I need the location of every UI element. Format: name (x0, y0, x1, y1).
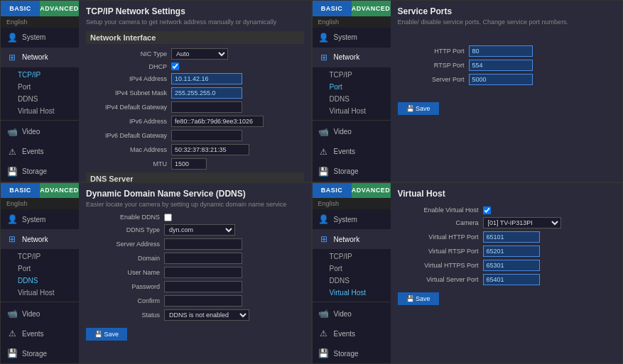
sidebar-item-network-ddns[interactable]: ⊞ Network (1, 229, 79, 249)
sidebar-sub-vhost-ports[interactable]: Virtual Host (324, 105, 391, 117)
sidebar-item-video-vhost[interactable]: 📹 Video (313, 304, 391, 324)
lang-label-tcpip: English (1, 16, 79, 28)
tab-basic-tcpip[interactable]: BASIC (1, 1, 40, 16)
section-title-ddns: Dynamic Domain Name Service (DDNS) (86, 189, 304, 199)
tab-basic-vhost[interactable]: BASIC (313, 183, 352, 199)
ipv6-addr-input[interactable] (171, 116, 264, 127)
sidebar-sub-port-vhost[interactable]: Port (324, 263, 391, 275)
nic-type-row: NIC Type Auto (86, 48, 304, 60)
vhttp-port-row: Virtual HTTP Port (398, 231, 616, 243)
sidebar-item-system-vhost[interactable]: 👤 System (313, 209, 391, 229)
ipv4-gateway-input[interactable] (171, 101, 242, 113)
mac-addr-input[interactable] (171, 144, 249, 155)
vhttp-port-input[interactable] (483, 231, 540, 243)
network-interface-title: Network Interface (86, 31, 304, 44)
domain-input[interactable] (164, 253, 242, 264)
sidebar-sub-ddns: TCP/IP Port DDNS Virtual Host (1, 249, 79, 300)
sidebar-sub-tcpip-ddns[interactable]: TCP/IP (12, 250, 79, 263)
ddns-type-select[interactable]: dyn.com (164, 224, 235, 236)
ipv6-gateway-input[interactable] (171, 130, 242, 141)
tab-advanced-vhost[interactable]: ADVANCED (352, 183, 391, 199)
sidebar-item-events-ddns[interactable]: ⚠ Events (1, 324, 79, 343)
enable-vhost-row: Enable Virtual Host (398, 206, 616, 214)
server-port-input[interactable] (469, 74, 533, 85)
enable-vhost-checkbox[interactable] (483, 206, 491, 214)
sidebar-label-network-ports: Network (334, 53, 360, 61)
camera-select[interactable]: [01] TV-IP313PI (483, 217, 561, 228)
sidebar-item-storage-ddns[interactable]: 💾 Storage (1, 343, 79, 363)
sidebar-item-storage-vhost[interactable]: 💾 Storage (313, 343, 391, 363)
save-button-vhost[interactable]: 💾 Save (398, 292, 439, 305)
main-content-ports: Service Ports Enable/ disable service po… (391, 1, 623, 182)
sidebar-item-system-ports[interactable]: 👤 System (313, 28, 391, 48)
vrtsp-port-input[interactable] (483, 246, 540, 257)
vhttps-port-input[interactable] (483, 260, 540, 271)
sidebar-sub-vhost-ddns[interactable]: Virtual Host (12, 287, 79, 299)
sidebar-sub-tcpip: TCP/IP Port DDNS Virtual Host (1, 67, 79, 118)
enable-ddns-row: Enable DDNS (86, 214, 304, 221)
tab-basic-ports[interactable]: BASIC (313, 1, 352, 16)
divider-ddns (1, 302, 79, 302)
sidebar-sub-ddns-ports[interactable]: DDNS (324, 93, 391, 105)
dhcp-checkbox[interactable] (171, 62, 179, 70)
sidebar-vhost: BASIC ADVANCED English 👤 System ⊞ Networ… (313, 183, 391, 364)
password-input[interactable] (164, 281, 242, 292)
sidebar-sub-ddns-ddns[interactable]: DDNS (12, 275, 79, 287)
enable-ddns-checkbox[interactable] (164, 214, 172, 221)
sidebar-item-storage-ports[interactable]: 💾 Storage (313, 162, 391, 182)
sidebar-item-network-tcpip[interactable]: ⊞ Network (1, 48, 79, 67)
tab-advanced-tcpip[interactable]: ADVANCED (40, 1, 79, 16)
sidebar-item-video-ddns[interactable]: 📹 Video (1, 304, 79, 324)
sidebar-item-network-ports[interactable]: ⊞ Network (313, 48, 391, 67)
ipv4-addr-input[interactable] (171, 73, 242, 84)
confirm-row: Confirm (86, 295, 304, 307)
storage-icon-ports: 💾 (318, 166, 330, 177)
tab-advanced-ports[interactable]: ADVANCED (352, 1, 391, 16)
sidebar-sub-port-ddns[interactable]: Port (12, 263, 79, 275)
ipv6-gateway-label: IPv6 Default Gateway (86, 132, 171, 139)
mtu-label: MTU (86, 160, 171, 167)
sidebar-sub-vhost-vhost[interactable]: Virtual Host (324, 287, 391, 299)
sidebar-sub-tcpip-vhost[interactable]: TCP/IP (324, 250, 391, 263)
tab-advanced-ddns[interactable]: ADVANCED (40, 183, 79, 199)
mtu-input[interactable] (171, 158, 207, 170)
vserver-port-label: Virtual Server Port (398, 276, 483, 283)
server-port-label: Server Port (398, 76, 469, 83)
tab-basic-ddns[interactable]: BASIC (1, 183, 40, 199)
sidebar-sub-port-item[interactable]: Port (12, 81, 79, 93)
ipv4-subnet-input[interactable] (171, 87, 242, 99)
sidebar-sub-ports: TCP/IP Port DDNS Virtual Host (313, 67, 391, 118)
vserver-port-input[interactable] (483, 274, 540, 285)
rtsp-port-input[interactable] (469, 60, 533, 71)
nic-type-select[interactable]: Auto (171, 48, 228, 60)
sidebar-item-events-vhost[interactable]: ⚠ Events (313, 324, 391, 343)
save-button-ports[interactable]: 💾 Save (398, 102, 439, 115)
rtsp-port-label: RTSP Port (398, 62, 469, 69)
sidebar-item-system-ddns[interactable]: 👤 System (1, 209, 79, 229)
sidebar-item-system-tcpip[interactable]: 👤 System (1, 28, 79, 48)
sidebar-item-video-ports[interactable]: 📹 Video (313, 122, 391, 142)
rtsp-port-row: RTSP Port (398, 60, 616, 71)
status-select[interactable]: DDNS is not enabled (164, 309, 249, 321)
section-desc-ddns: Easier locate your camera by setting up … (86, 201, 304, 208)
save-button-ddns[interactable]: 💾 Save (86, 328, 127, 341)
server-addr-input[interactable] (164, 238, 242, 250)
sidebar-sub-tcpip-ports[interactable]: TCP/IP (324, 69, 391, 81)
sidebar-item-storage-tcpip[interactable]: 💾 Storage (1, 162, 79, 182)
sidebar-sub-tcpip-item[interactable]: TCP/IP (12, 69, 79, 81)
sidebar-item-events-tcpip[interactable]: ⚠ Events (1, 142, 79, 162)
username-input[interactable] (164, 267, 242, 278)
sidebar-item-network-vhost[interactable]: ⊞ Network (313, 229, 391, 249)
ipv4-subnet-row: IPv4 Subnet Mask (86, 87, 304, 99)
http-port-input[interactable] (469, 45, 533, 57)
sidebar-sub-ddns-vhost[interactable]: DDNS (324, 275, 391, 287)
sidebar-sub-ddns-item[interactable]: DDNS (12, 93, 79, 105)
confirm-input[interactable] (164, 295, 242, 307)
vhttps-port-row: Virtual HTTPS Port (398, 260, 616, 271)
sidebar-label-system-vhost: System (334, 216, 357, 224)
lang-label-vhost: English (313, 198, 391, 209)
sidebar-item-video-tcpip[interactable]: 📹 Video (1, 122, 79, 142)
sidebar-sub-vhost-item[interactable]: Virtual Host (12, 105, 79, 117)
sidebar-item-events-ports[interactable]: ⚠ Events (313, 142, 391, 162)
sidebar-sub-port-ports[interactable]: Port (324, 81, 391, 93)
